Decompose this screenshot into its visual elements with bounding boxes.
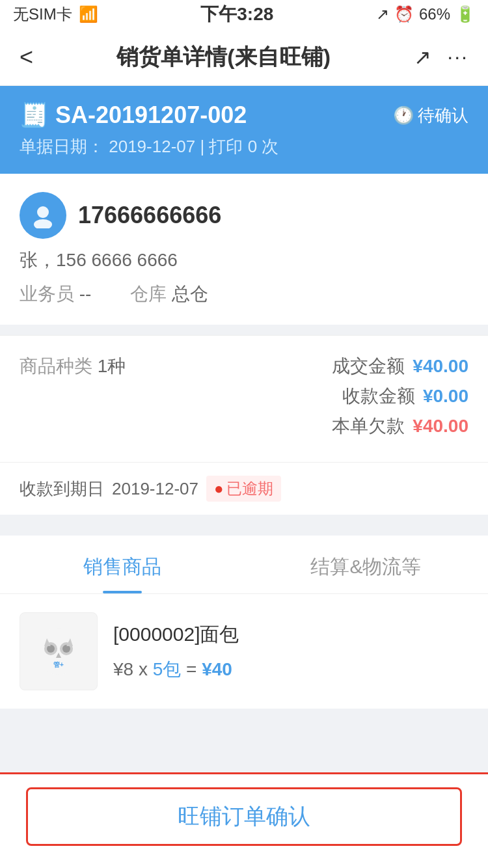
sales-value-text: -- [79, 284, 92, 304]
alarm-icon: ⏰ [394, 5, 414, 23]
product-name: [0000002]面包 [113, 621, 468, 648]
amount-label: 成交金额 [332, 354, 405, 379]
section-divider [0, 515, 488, 525]
summary-card: 商品种类 1种 成交金额 ¥40.00 收款金额 ¥0.00 本单欠款 ¥40.… [0, 336, 488, 462]
sales-label: 业务员 [20, 284, 74, 304]
more-button[interactable]: ··· [447, 45, 468, 69]
received-label: 收款金额 [342, 384, 415, 409]
tab-products[interactable]: 销售商品 [0, 536, 244, 593]
location-icon: ↗ [376, 5, 389, 23]
order-status: 🕐 待确认 [393, 104, 468, 127]
page-title: 销货单详情(来自旺铺) [116, 42, 331, 72]
battery-icon: 🔋 [455, 5, 475, 23]
product-item: 管+ [0000002]面包 ¥8 x 5包 = ¥40 [0, 594, 488, 709]
summary-right: 成交金额 ¥40.00 收款金额 ¥0.00 本单欠款 ¥40.00 [332, 354, 468, 444]
product-list: 管+ [0000002]面包 ¥8 x 5包 = ¥40 [0, 594, 488, 709]
customer-name: 张，156 6666 6666 [20, 248, 468, 273]
avatar [20, 192, 66, 239]
svg-point-0 [37, 206, 49, 218]
svg-point-1 [34, 219, 52, 228]
summary-left: 商品种类 1种 [20, 354, 126, 379]
nav-actions: ↗ ··· [414, 45, 468, 70]
owed-label: 本单欠款 [332, 414, 405, 439]
overdue-badge: ● 已逾期 [206, 476, 281, 502]
export-button[interactable]: ↗ [414, 45, 431, 70]
nav-bar: < 销货单详情(来自旺铺) ↗ ··· [0, 29, 488, 86]
price-total: ¥40 [202, 659, 232, 679]
price-qty: 5包 [153, 659, 182, 679]
overdue-text: 已逾期 [226, 478, 273, 499]
tabs: 销售商品 结算&物流等 [0, 536, 488, 594]
order-date: 单据日期： 2019-12-07 | 打印 0 次 [20, 135, 468, 158]
amount-value: ¥40.00 [413, 356, 468, 377]
order-icon: 🧾 [20, 102, 49, 129]
product-price: ¥8 x 5包 = ¥40 [113, 657, 468, 682]
multiply-symbol: x [139, 659, 153, 679]
product-type-value-text: 1种 [98, 356, 126, 376]
amount-row: 成交金额 ¥40.00 [332, 354, 468, 379]
svg-text:管+: 管+ [53, 661, 64, 668]
due-date-label: 收款到期日 [20, 478, 104, 500]
owed-row: 本单欠款 ¥40.00 [332, 414, 468, 439]
customer-meta: 业务员 -- 仓库 总仓 [20, 282, 468, 306]
warehouse-value-text: 总仓 [172, 284, 208, 304]
carrier-text: 无SIM卡 [13, 4, 72, 25]
product-info: [0000002]面包 ¥8 x 5包 = ¥40 [113, 621, 468, 682]
product-type-label: 商品种类 [20, 356, 92, 376]
wifi-icon: 📶 [79, 5, 98, 23]
back-button[interactable]: < [20, 44, 33, 71]
warehouse-label: 仓库 [130, 284, 167, 304]
due-date-value: 2019-12-07 [112, 479, 198, 499]
status-left: 无SIM卡 📶 [13, 4, 98, 25]
received-row: 收款金额 ¥0.00 [332, 384, 468, 409]
confirm-button[interactable]: 旺铺订单确认 [26, 787, 462, 846]
due-date-row: 收款到期日 2019-12-07 ● 已逾期 [0, 463, 488, 515]
status-bar: 无SIM卡 📶 下午3:28 ↗ ⏰ 66% 🔋 [0, 0, 488, 29]
battery-text: 66% [419, 5, 450, 23]
equals-symbol: = [186, 659, 202, 679]
status-time: 下午3:28 [200, 2, 273, 27]
order-header: 🧾 SA-20191207-002 🕐 待确认 单据日期： 2019-12-07… [0, 86, 488, 174]
customer-phone: 17666666666 [78, 202, 221, 229]
received-value: ¥0.00 [423, 386, 468, 407]
clock-icon: 🕐 [393, 105, 414, 126]
price-value: ¥8 [113, 659, 133, 679]
bottom-bar: 旺铺订单确认 [0, 772, 488, 868]
overdue-icon: ● [214, 480, 224, 498]
product-thumbnail: 管+ [20, 612, 98, 690]
customer-card: 17666666666 张，156 6666 6666 业务员 -- 仓库 总仓 [0, 174, 488, 325]
tab-settlement[interactable]: 结算&物流等 [244, 536, 488, 593]
status-right: ↗ ⏰ 66% 🔋 [376, 5, 475, 23]
order-id: 🧾 SA-20191207-002 [20, 102, 247, 129]
owed-value: ¥40.00 [413, 416, 468, 437]
